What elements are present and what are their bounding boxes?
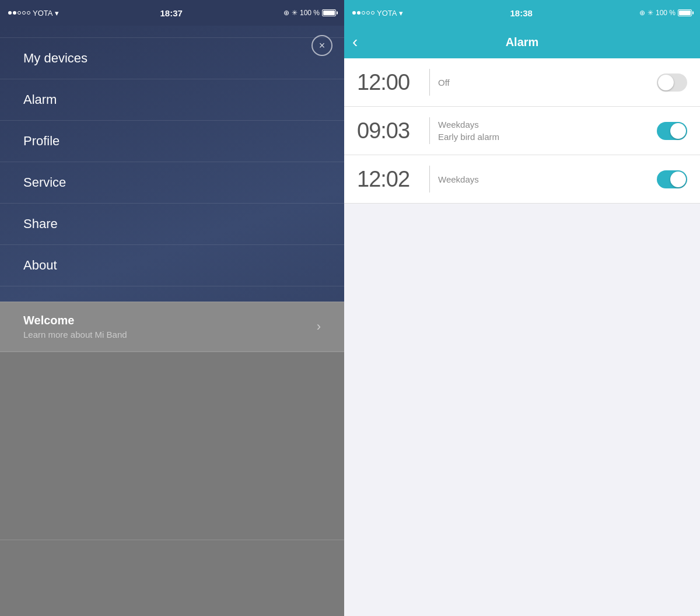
welcome-chevron-icon: › — [317, 319, 321, 334]
right-lock-icon: ⊕ — [639, 9, 645, 17]
wifi-icon: ▾ — [55, 9, 59, 18]
menu-item-share[interactable]: Share — [0, 204, 344, 245]
menu-item-my-devices[interactable]: My devices — [0, 37, 344, 79]
toggle-knob-2 — [670, 123, 686, 139]
right-status-left: YOTA ▾ — [352, 9, 403, 18]
dot-3 — [18, 11, 21, 15]
menu-item-alarm[interactable]: Alarm — [0, 79, 344, 121]
alarm-time-1: 12:00 — [357, 70, 421, 95]
alarm-info-1: Off — [438, 76, 657, 89]
alarm-divider-2 — [429, 117, 430, 144]
dot-1 — [8, 11, 12, 15]
right-wifi-icon: ▾ — [399, 9, 403, 18]
right-battery-percent: 100 % — [656, 9, 676, 17]
right-time: 18:38 — [510, 8, 533, 18]
alarm-time-3: 12:02 — [357, 167, 421, 192]
left-time: 18:37 — [160, 8, 183, 18]
alarm-label-2: Weekdays — [438, 118, 657, 131]
right-status-right: ⊕ ✳ 100 % — [639, 9, 692, 17]
bottom-gray-area — [0, 352, 344, 617]
alarm-title: Alarm — [506, 36, 539, 49]
alarm-label-3: Weekdays — [438, 173, 657, 186]
r-dot-1 — [352, 11, 356, 15]
right-carrier: YOTA — [377, 9, 397, 18]
menu-list: My devices Alarm Profile Service Share A… — [0, 37, 344, 302]
alarm-divider-3 — [429, 166, 430, 192]
alarm-toggle-1[interactable] — [657, 74, 687, 92]
back-button[interactable]: ‹ — [352, 34, 358, 50]
r-dot-4 — [366, 11, 370, 15]
toggle-knob-3 — [670, 172, 686, 187]
r-dot-5 — [371, 11, 374, 15]
left-status-right: ⊕ ✳ 100 % — [284, 9, 336, 17]
alarm-info-2: Weekdays Early bird alarm — [438, 118, 657, 143]
alarm-item-2[interactable]: 09:03 Weekdays Early bird alarm — [344, 107, 700, 155]
left-status-left: YOTA ▾ — [8, 9, 59, 18]
bluetooth-icon: ✳ — [292, 9, 298, 17]
right-signal-dots — [352, 11, 374, 15]
left-status-bar: YOTA ▾ 18:37 ⊕ ✳ 100 % — [0, 0, 344, 26]
close-button[interactable]: × — [312, 35, 332, 56]
welcome-text: Welcome Learn more about Mi Band — [23, 314, 127, 340]
alarm-item-3[interactable]: 12:02 Weekdays — [344, 155, 700, 204]
left-menu-area: × My devices Alarm Profile Service Share… — [0, 26, 344, 616]
alarm-sublabel-2: Early bird alarm — [438, 131, 657, 143]
right-battery-fill — [679, 10, 691, 15]
alarm-content-area — [344, 204, 700, 616]
left-carrier: YOTA — [33, 9, 52, 18]
alarm-list: 12:00 Off 09:03 Weekdays Early bird alar… — [344, 58, 700, 204]
lock-icon: ⊕ — [284, 9, 289, 17]
alarm-info-3: Weekdays — [438, 173, 657, 186]
menu-item-service[interactable]: Service — [0, 162, 344, 204]
alarm-header: ‹ Alarm — [344, 26, 700, 58]
right-bluetooth-icon: ✳ — [648, 9, 653, 17]
bottom-divider — [0, 540, 344, 540]
battery-fill — [323, 10, 335, 15]
menu-item-about[interactable]: About — [0, 245, 344, 286]
alarm-toggle-2[interactable] — [657, 122, 687, 140]
alarm-item-1[interactable]: 12:00 Off — [344, 58, 700, 107]
welcome-subtitle: Learn more about Mi Band — [23, 330, 127, 340]
alarm-divider-1 — [429, 69, 430, 96]
battery-icon — [322, 9, 336, 16]
alarm-time-2: 09:03 — [357, 118, 421, 144]
r-dot-3 — [362, 11, 365, 15]
right-battery-icon — [678, 9, 692, 16]
r-dot-2 — [357, 11, 360, 15]
alarm-label-1: Off — [438, 76, 657, 89]
welcome-section[interactable]: Welcome Learn more about Mi Band › — [0, 302, 344, 352]
dot-2 — [13, 11, 16, 15]
dot-4 — [22, 11, 26, 15]
right-panel: YOTA ▾ 18:38 ⊕ ✳ 100 % ‹ Alarm 12:00 Off — [344, 0, 700, 616]
signal-dots — [8, 11, 30, 15]
battery-percent: 100 % — [300, 9, 320, 17]
menu-item-profile[interactable]: Profile — [0, 121, 344, 162]
dot-5 — [27, 11, 30, 15]
left-panel: YOTA ▾ 18:37 ⊕ ✳ 100 % × My devices Alar… — [0, 0, 344, 616]
welcome-title: Welcome — [23, 314, 127, 327]
toggle-knob-1 — [658, 75, 674, 90]
right-status-bar: YOTA ▾ 18:38 ⊕ ✳ 100 % — [344, 0, 700, 26]
alarm-toggle-3[interactable] — [657, 170, 687, 188]
